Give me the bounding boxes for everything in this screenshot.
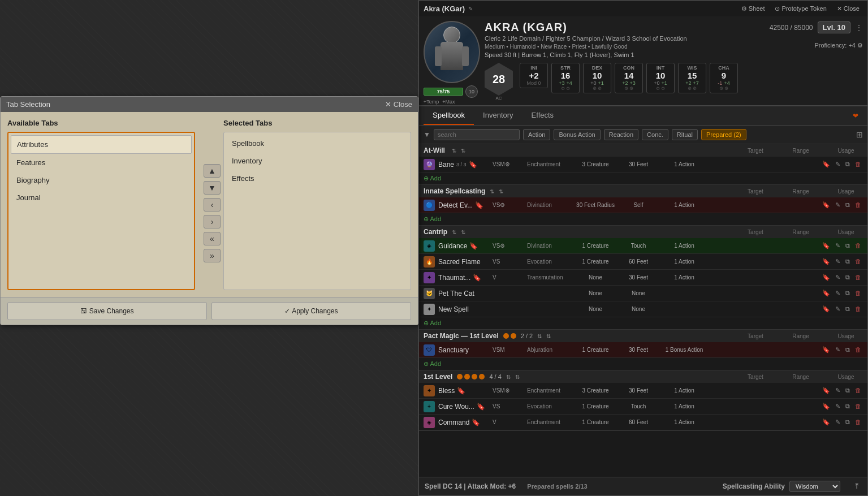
move-double-right-button[interactable]: »: [204, 249, 221, 262]
prototype-token-button[interactable]: ⊙ Prototype Token: [771, 4, 830, 14]
thaumat-name[interactable]: Thaumat... 🔖: [438, 274, 489, 282]
detect-name[interactable]: Detect Ev... 🔖: [438, 201, 489, 209]
available-tab-journal[interactable]: Journal: [11, 189, 192, 206]
pet-cat-bookmark[interactable]: 🔖: [821, 289, 832, 297]
pact-add[interactable]: ⊕ Add: [419, 358, 867, 370]
proficiency: Proficiency: +4 ⚙: [814, 42, 863, 50]
sanctuary-edit[interactable]: ✎: [834, 346, 842, 354]
cure-wounds-target: 1 Creature: [576, 403, 615, 409]
detect-bookmark[interactable]: 🔖: [821, 201, 832, 209]
casting-ability-select[interactable]: Wisdom Intelligence Charisma: [789, 481, 840, 492]
bless-name[interactable]: Bless 🔖: [438, 387, 489, 395]
sheet-close-button[interactable]: ✕ Close: [834, 4, 863, 14]
cure-wounds-copy[interactable]: ⧉: [844, 402, 852, 411]
scroll-to-top-button[interactable]: ⤒: [852, 481, 862, 491]
filter-conc[interactable]: Conc.: [642, 129, 668, 140]
sanctuary-copy[interactable]: ⧉: [844, 346, 852, 354]
filter-prepared[interactable]: Prepared (2): [701, 129, 746, 140]
new-spell-copy[interactable]: ⧉: [844, 305, 852, 313]
filter-bonus-action[interactable]: Bonus Action: [554, 129, 600, 140]
bless-bookmark[interactable]: 🔖: [821, 386, 832, 395]
move-left-button[interactable]: ‹: [204, 198, 221, 212]
selected-tab-effects[interactable]: Effects: [226, 170, 408, 187]
cantrip-add[interactable]: ⊕ Add: [419, 317, 867, 329]
favorite-tab-button[interactable]: ❤: [848, 106, 863, 125]
at-will-add[interactable]: ⊕ Add: [419, 172, 867, 184]
bane-name[interactable]: Bane 3 / 3 🔖: [438, 161, 489, 169]
command-edit[interactable]: ✎: [834, 418, 842, 426]
thaumat-copy[interactable]: ⧉: [844, 273, 852, 282]
command-delete[interactable]: 🗑: [853, 418, 863, 426]
guidance-bookmark[interactable]: 🔖: [821, 241, 832, 250]
grid-view-button[interactable]: ⊞: [856, 130, 863, 139]
sacred-delete[interactable]: 🗑: [853, 257, 863, 266]
bless-copy[interactable]: ⧉: [844, 386, 852, 395]
max-hp-label[interactable]: +Max: [442, 99, 455, 105]
move-up-button[interactable]: ▲: [204, 164, 221, 178]
spell-search-input[interactable]: [434, 129, 520, 140]
sacred-flame-name[interactable]: Sacred Flame: [438, 258, 489, 266]
bane-copy[interactable]: ⧉: [844, 160, 852, 169]
bless-edit[interactable]: ✎: [834, 386, 842, 395]
innate-add[interactable]: ⊕ Add: [419, 213, 867, 225]
new-spell-bookmark[interactable]: 🔖: [821, 305, 832, 313]
bless-delete[interactable]: 🗑: [853, 386, 863, 395]
sanctuary-delete[interactable]: 🗑: [853, 346, 863, 354]
tab-inventory[interactable]: Inventory: [474, 106, 522, 125]
move-double-left-button[interactable]: «: [204, 232, 221, 245]
new-spell-name[interactable]: New Spell: [438, 305, 489, 313]
avatar[interactable]: [424, 21, 480, 83]
sacred-copy[interactable]: ⧉: [844, 257, 852, 266]
command-name[interactable]: Command 🔖: [438, 419, 489, 426]
tab-spellbook[interactable]: Spellbook: [424, 106, 474, 125]
more-options-icon[interactable]: ⋮: [855, 23, 863, 32]
thaumat-edit[interactable]: ✎: [834, 273, 842, 282]
pet-cat-edit[interactable]: ✎: [834, 289, 842, 297]
cure-wounds-name[interactable]: Cure Wou... 🔖: [438, 403, 489, 411]
hp-value: 75/75: [437, 89, 450, 94]
detect-delete[interactable]: 🗑: [853, 201, 863, 209]
temp-hp-label[interactable]: +Temp: [424, 99, 439, 105]
bane-bookmark[interactable]: 🔖: [821, 160, 832, 169]
bane-edit[interactable]: ✎: [834, 160, 842, 169]
new-spell-delete[interactable]: 🗑: [853, 305, 863, 313]
guidance-edit[interactable]: ✎: [834, 241, 842, 250]
pet-cat-copy[interactable]: ⧉: [844, 289, 852, 297]
filter-ritual[interactable]: Ritual: [672, 129, 698, 140]
command-bookmark[interactable]: 🔖: [821, 418, 832, 426]
cure-wounds-edit[interactable]: ✎: [834, 402, 842, 411]
filter-action[interactable]: Action: [523, 129, 551, 140]
sanctuary-name[interactable]: Sanctuary: [438, 346, 489, 354]
selected-tab-inventory[interactable]: Inventory: [226, 152, 408, 170]
cure-wounds-bookmark[interactable]: 🔖: [821, 402, 832, 411]
selected-tab-spellbook[interactable]: Spellbook: [226, 135, 408, 152]
detect-copy[interactable]: ⧉: [844, 201, 852, 209]
available-tab-attributes[interactable]: Attributes: [11, 135, 192, 154]
sacred-edit[interactable]: ✎: [834, 257, 842, 266]
tab-effects[interactable]: Effects: [522, 106, 563, 125]
command-copy[interactable]: ⧉: [844, 418, 852, 426]
save-changes-button[interactable]: 🖫 Save Changes: [7, 302, 207, 320]
sanctuary-bookmark[interactable]: 🔖: [821, 346, 832, 354]
pet-cat-delete[interactable]: 🗑: [853, 289, 863, 297]
cure-wounds-delete[interactable]: 🗑: [853, 402, 863, 411]
sacred-bookmark[interactable]: 🔖: [821, 257, 832, 266]
pet-cat-name[interactable]: Pet The Cat: [438, 290, 489, 297]
available-tab-biography[interactable]: Biography: [11, 171, 192, 189]
new-spell-edit[interactable]: ✎: [834, 305, 842, 313]
guidance-copy[interactable]: ⧉: [844, 241, 852, 250]
detect-edit[interactable]: ✎: [834, 201, 842, 209]
modal-close-button[interactable]: ✕ Close: [385, 100, 412, 109]
thaumat-bookmark[interactable]: 🔖: [821, 273, 832, 282]
hp-bar[interactable]: 75/75: [424, 88, 463, 96]
filter-reaction[interactable]: Reaction: [604, 129, 638, 140]
guidance-delete[interactable]: 🗑: [853, 241, 863, 250]
guidance-name[interactable]: Guidance 🔖: [438, 242, 489, 250]
bane-delete[interactable]: 🗑: [853, 160, 863, 169]
sheet-settings-button[interactable]: ⚙ Sheet: [738, 4, 768, 14]
available-tab-features[interactable]: Features: [11, 154, 192, 171]
apply-changes-button[interactable]: ✓ Apply Changes: [211, 302, 411, 320]
thaumat-delete[interactable]: 🗑: [853, 273, 863, 282]
move-down-button[interactable]: ▼: [204, 181, 221, 195]
move-right-button[interactable]: ›: [204, 215, 221, 228]
